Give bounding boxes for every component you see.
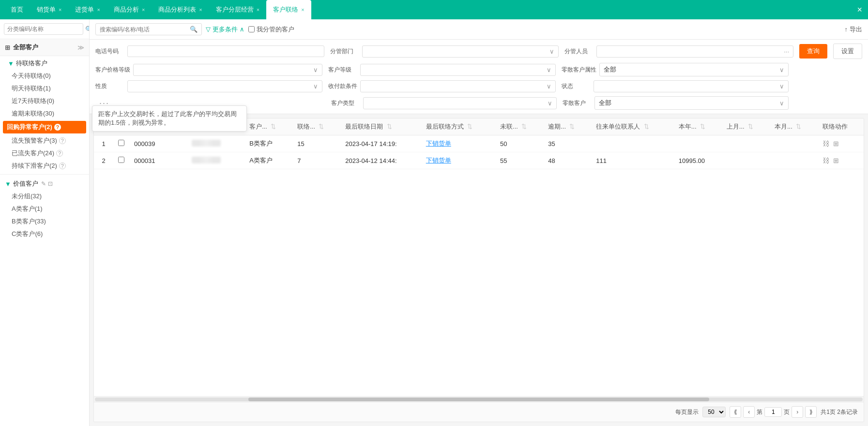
payment-select[interactable]: ∨ — [360, 80, 555, 92]
chevron-down-icon: ∨ — [779, 100, 784, 107]
close-icon[interactable]: × — [301, 7, 304, 13]
sidebar-item-repurchase-abnormal[interactable]: 回购异常客户(2) ? — [3, 121, 86, 133]
horizontal-scrollbar[interactable] — [94, 396, 864, 402]
sidebar-all-customers[interactable]: ⊞ 全部客户 ≫ — [0, 39, 89, 56]
prev-page-button[interactable]: ‹ — [743, 406, 755, 418]
window-close-button[interactable]: × — [857, 5, 862, 15]
table-wrapper[interactable]: ⚙ 客户编码 ⇅ 客户名称 ⇅ — [94, 118, 864, 396]
sidebar-search-input[interactable] — [4, 23, 83, 35]
edit-icon[interactable]: ✎ — [41, 180, 46, 187]
sidebar-item-7days[interactable]: 近7天待联络(0) — [0, 95, 89, 107]
sidebar-item-today[interactable]: 今天待联络(0) — [0, 70, 89, 82]
row-last-month — [722, 152, 770, 169]
sort-icon[interactable]: ⇅ — [467, 123, 472, 130]
grid-action-icon[interactable]: ⊞ — [833, 140, 839, 147]
sort-icon[interactable]: ⇅ — [700, 123, 705, 130]
sort-icon[interactable]: ⇅ — [387, 123, 392, 130]
nav-tab-home[interactable]: 首页 — [4, 0, 30, 19]
nav-tab-analysis[interactable]: 商品分析 × — [107, 0, 152, 19]
nav-tab-sales[interactable]: 销货单 × — [30, 0, 68, 19]
close-icon[interactable]: × — [97, 7, 100, 13]
row-select-checkbox[interactable] — [118, 140, 124, 146]
sort-icon[interactable]: ⇅ — [748, 123, 753, 130]
close-icon[interactable]: × — [257, 7, 259, 13]
export-icon: ↑ — [845, 26, 848, 33]
close-icon[interactable]: × — [142, 7, 145, 13]
nav-tab-customer-contact[interactable]: 客户联络 × — [266, 0, 311, 19]
nav-tab-purchase[interactable]: 进货单 × — [68, 0, 107, 19]
sidebar-item-b-class[interactable]: B类客户(33) — [0, 215, 89, 228]
row-name — [187, 152, 244, 169]
sidebar-item-churn-warning[interactable]: 流失预警客户(3) ? — [0, 134, 89, 147]
grid-action-icon[interactable]: ⊞ — [833, 157, 839, 164]
row-select-checkbox[interactable] — [118, 157, 124, 163]
row-last-date: 2023-04-12 14:44: — [340, 152, 421, 169]
my-customers-checkbox[interactable]: 我分管的客户 — [248, 25, 294, 34]
sort-icon[interactable]: ⇅ — [644, 123, 649, 130]
next-page-button[interactable]: › — [792, 406, 803, 418]
top-nav: 首页 销货单 × 进货单 × 商品分析 × 商品分析列表 × 客户分层经营 × … — [0, 0, 868, 19]
customer-type-select[interactable]: ∨ — [363, 97, 557, 109]
sidebar-group-pending[interactable]: ▼ 待联络客户 — [0, 56, 89, 70]
tooltip: 距客户上次交易时长，超过了此客户的平均交易周期的1.5倍，则视为异常。 — [92, 105, 247, 132]
sort-icon[interactable]: ⇅ — [271, 123, 276, 130]
search-icon[interactable]: 🔍 — [85, 26, 90, 33]
status-select[interactable]: ∨ — [594, 80, 789, 92]
row-this-year: 10995.00 — [674, 152, 722, 169]
sidebar-group-value-customers[interactable]: ▼ 价值客户 ✎ ⊡ — [0, 176, 89, 190]
nav-tab-analysis-list[interactable]: 商品分析列表 × — [152, 0, 209, 19]
settings-button[interactable]: 设置 — [833, 44, 862, 59]
export-button[interactable]: ↑ 导出 — [845, 25, 863, 34]
my-customers-check[interactable] — [248, 26, 255, 32]
search-icon[interactable]: 🔍 — [190, 26, 198, 33]
sort-icon[interactable]: ⇅ — [319, 123, 324, 130]
sort-icon[interactable]: ⇅ — [796, 123, 801, 130]
sidebar-item-tomorrow[interactable]: 明天待联络(1) — [0, 82, 89, 95]
last-page-button[interactable]: ⟫ — [805, 406, 817, 418]
row-num: 1 — [94, 135, 113, 152]
close-icon[interactable]: × — [199, 7, 202, 13]
sort-icon[interactable]: ⇅ — [521, 123, 527, 130]
manager-select[interactable]: ··· — [596, 45, 793, 58]
sidebar-item-ungroup[interactable]: 未分组(32) — [0, 190, 89, 203]
price-grade-select[interactable]: ∨ — [133, 64, 322, 76]
scroll-thumb[interactable] — [248, 397, 709, 401]
collapse-icon[interactable]: ≫ — [77, 44, 84, 51]
link-action-icon[interactable]: ⛓ — [822, 140, 829, 147]
sidebar-item-a-class[interactable]: A类客户(1) — [0, 203, 89, 215]
first-page-button[interactable]: ⟪ — [730, 406, 741, 418]
phone-input[interactable] — [127, 45, 324, 57]
filter-retail-customer: 零散客户 全部 ∨ — [563, 96, 789, 110]
nav-tab-customer-segment[interactable]: 客户分层经营 × — [209, 0, 266, 19]
filter-price-grade: 客户价格等级 ∨ — [95, 64, 322, 76]
filter-icon: ▽ — [206, 26, 211, 33]
row-code: 000031 — [129, 152, 187, 169]
link-action-icon[interactable]: ⛓ — [822, 157, 829, 164]
col-grade: 客户... ⇅ — [244, 118, 292, 135]
retail-customer-select[interactable]: 全部 ∨ — [594, 96, 789, 110]
nature-select[interactable]: ∨ — [127, 80, 322, 92]
row-grade: B类客户 — [244, 135, 292, 152]
more-icon[interactable]: ⊡ — [48, 180, 53, 187]
page-size-select[interactable]: 50 — [702, 407, 726, 417]
customer-grade-select[interactable]: ∨ — [360, 64, 555, 76]
retail-attr-select[interactable]: 全部 ∨ — [599, 63, 789, 76]
more-conditions-button[interactable]: ▽ 更多条件 ∧ — [206, 25, 244, 34]
row-partner — [591, 135, 673, 152]
sidebar-item-lost-customers[interactable]: 已流失客户(24) ? — [0, 147, 89, 160]
col-last-month: 上月... ⇅ — [722, 118, 770, 135]
page-number-input[interactable] — [764, 407, 782, 417]
col-partner: 往来单位联系人 ⇅ — [591, 118, 673, 135]
chevron-down-icon: ∨ — [313, 66, 318, 73]
row-no-contact: 55 — [495, 152, 543, 169]
sort-icon[interactable]: ⇅ — [569, 123, 575, 130]
search-input[interactable] — [100, 26, 188, 33]
dept-select[interactable]: ∨ — [362, 45, 559, 58]
sidebar-item-declining[interactable]: 持续下滑客户(2) ? — [0, 160, 89, 172]
row-contact-count: 15 — [292, 135, 340, 152]
row-last-date: 2023-04-17 14:19: — [340, 135, 421, 152]
query-button[interactable]: 查询 — [799, 44, 827, 59]
close-icon[interactable]: × — [59, 7, 61, 13]
sidebar-item-c-class[interactable]: C类客户(6) — [0, 228, 89, 240]
sidebar-item-overdue[interactable]: 逾期未联络(30) — [0, 107, 89, 120]
